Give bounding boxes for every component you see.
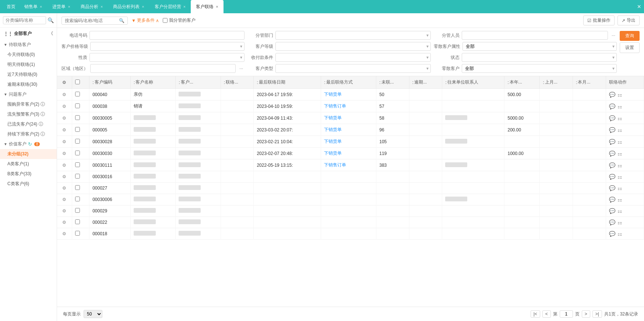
grid-action-icon[interactable]: ⚏ <box>617 103 622 109</box>
tab-customer-layer[interactable]: 客户分层经营 × <box>149 0 191 13</box>
grid-action-icon[interactable]: ⚏ <box>617 127 622 133</box>
grid-action-icon[interactable]: ⚏ <box>617 208 622 214</box>
close-icon[interactable]: × <box>142 4 144 9</box>
close-icon[interactable]: × <box>68 4 70 9</box>
search-icon[interactable]: 🔍 <box>119 18 124 23</box>
settings-col-header[interactable]: ⚙ <box>57 76 72 89</box>
grid-action-icon[interactable]: ⚏ <box>617 162 622 168</box>
grid-action-icon[interactable]: ⚏ <box>617 174 622 180</box>
row-checkbox[interactable] <box>75 174 80 179</box>
dots-icon[interactable]: ··· <box>610 33 617 38</box>
scatter-select[interactable]: 全部 <box>462 64 617 73</box>
sidebar-item-churn-warning[interactable]: 流失预警客户(3) ⓘ <box>0 109 57 119</box>
chat-icon[interactable]: 💬 <box>609 219 615 225</box>
tab-purchase[interactable]: 进货单 × <box>47 0 75 13</box>
close-icon[interactable]: × <box>40 4 42 9</box>
grid-action-icon[interactable]: ⚏ <box>617 219 622 225</box>
row-checkbox[interactable] <box>75 139 80 144</box>
query-button[interactable]: 查询 <box>620 31 640 41</box>
chat-icon[interactable]: 💬 <box>609 208 615 214</box>
next-page-button[interactable]: > <box>582 310 590 318</box>
tab-customer-contact[interactable]: 客户联络 × <box>191 0 223 13</box>
dept-select[interactable] <box>275 31 430 40</box>
sidebar-item-a-class[interactable]: A类客户(1) <box>0 159 57 169</box>
row-checkbox[interactable] <box>75 151 80 155</box>
my-customers-checkbox[interactable] <box>163 18 168 23</box>
row-checkbox[interactable] <box>75 162 80 167</box>
reset-button[interactable]: 设置 <box>620 42 640 53</box>
chat-icon[interactable]: 💬 <box>609 115 615 121</box>
row-checkbox[interactable] <box>75 185 80 190</box>
phone-input[interactable] <box>89 31 244 40</box>
dots-icon[interactable]: ··· <box>238 66 244 71</box>
sidebar-item-declining[interactable]: 持续下滑客户(2) ⓘ <box>0 129 57 139</box>
scatter-attr-select[interactable]: 全部 <box>462 42 617 51</box>
person-input[interactable] <box>462 31 608 40</box>
method-link[interactable]: 下销货单 <box>324 127 342 132</box>
chat-icon[interactable]: 💬 <box>609 151 615 156</box>
chat-icon[interactable]: 💬 <box>609 162 615 168</box>
more-conditions-button[interactable]: ▼ 更多条件 ∧ <box>131 17 159 24</box>
per-page-select[interactable]: 50 100 <box>84 310 102 318</box>
page-number-input[interactable] <box>560 310 573 318</box>
grid-action-icon[interactable]: ⚏ <box>617 92 622 98</box>
sidebar-item-tomorrow[interactable]: 明天待联络(1) <box>0 60 57 70</box>
grid-action-icon[interactable]: ⚏ <box>617 197 622 202</box>
search-icon[interactable]: 🔍 <box>47 17 54 23</box>
customer-level-select[interactable] <box>275 42 430 51</box>
sidebar-all-customers[interactable]: ⋮⋮ 全部客户 《 <box>0 28 57 40</box>
nature-select[interactable] <box>89 53 244 62</box>
first-page-button[interactable]: |< <box>531 310 540 318</box>
collapse-icon[interactable]: 《 <box>49 31 53 37</box>
chat-icon[interactable]: 💬 <box>609 197 615 202</box>
close-all-button[interactable]: × <box>637 3 641 11</box>
close-icon[interactable]: × <box>183 4 186 9</box>
row-checkbox[interactable] <box>75 92 80 96</box>
chat-icon[interactable]: 💬 <box>609 92 615 98</box>
grid-action-icon[interactable]: ⚏ <box>617 151 622 156</box>
sidebar-section-value[interactable]: ▼ 价值客户 ↻ 8 <box>0 139 57 149</box>
grid-action-icon[interactable]: ⚏ <box>617 115 622 121</box>
chat-icon[interactable]: 💬 <box>609 139 615 145</box>
row-checkbox[interactable] <box>75 103 80 108</box>
chat-icon[interactable]: 💬 <box>609 103 615 109</box>
select-all-checkbox[interactable] <box>75 80 80 84</box>
sidebar-item-b-class[interactable]: B类客户(33) <box>0 169 57 179</box>
method-link[interactable]: 下销货单 <box>324 139 342 144</box>
tab-product-list[interactable]: 商品分析列表 × <box>108 0 149 13</box>
tab-product-analysis[interactable]: 商品分析 × <box>75 0 108 13</box>
method-link[interactable]: 下销货单 <box>324 92 342 97</box>
last-page-button[interactable]: >| <box>592 310 602 318</box>
sidebar-section-problem[interactable]: ▼ 问题客户 <box>0 89 57 99</box>
row-checkbox[interactable] <box>75 197 80 201</box>
export-button[interactable]: ↗ 导出 <box>617 15 640 25</box>
customer-type-select[interactable] <box>275 64 430 73</box>
sidebar-item-ungroup[interactable]: 未分组(32) <box>0 149 57 159</box>
region-input[interactable] <box>90 64 236 73</box>
row-checkbox[interactable] <box>75 115 80 120</box>
sidebar-item-overdue[interactable]: 逾期未联络(30) <box>0 80 57 89</box>
sidebar-section-pending[interactable]: ▼ 待联络客户 <box>0 40 57 50</box>
row-checkbox[interactable] <box>75 231 80 236</box>
refresh-icon[interactable]: ↻ <box>28 141 32 147</box>
payment-select[interactable] <box>275 53 430 62</box>
grid-action-icon[interactable]: ⚏ <box>617 139 622 145</box>
chat-icon[interactable]: 💬 <box>609 127 615 133</box>
method-link[interactable]: 下销售订单 <box>324 103 346 109</box>
grid-action-icon[interactable]: ⚏ <box>617 185 622 191</box>
method-link[interactable]: 下销货单 <box>324 115 342 120</box>
category-search-input[interactable] <box>3 16 46 24</box>
prev-page-button[interactable]: < <box>542 310 551 318</box>
chat-icon[interactable]: 💬 <box>609 185 615 191</box>
row-checkbox[interactable] <box>75 208 80 213</box>
row-checkbox[interactable] <box>75 219 80 224</box>
close-icon-active[interactable]: × <box>216 4 218 9</box>
chat-icon[interactable]: 💬 <box>609 174 615 180</box>
close-icon[interactable]: × <box>101 4 103 9</box>
price-level-select[interactable] <box>90 42 244 51</box>
method-link[interactable]: 下销货单 <box>324 151 342 156</box>
sidebar-item-c-class[interactable]: C类客户(6) <box>0 179 57 189</box>
status-select[interactable] <box>462 53 617 62</box>
sidebar-item-today[interactable]: 今天待联络(0) <box>0 50 57 60</box>
filter-search-input[interactable] <box>65 18 117 23</box>
